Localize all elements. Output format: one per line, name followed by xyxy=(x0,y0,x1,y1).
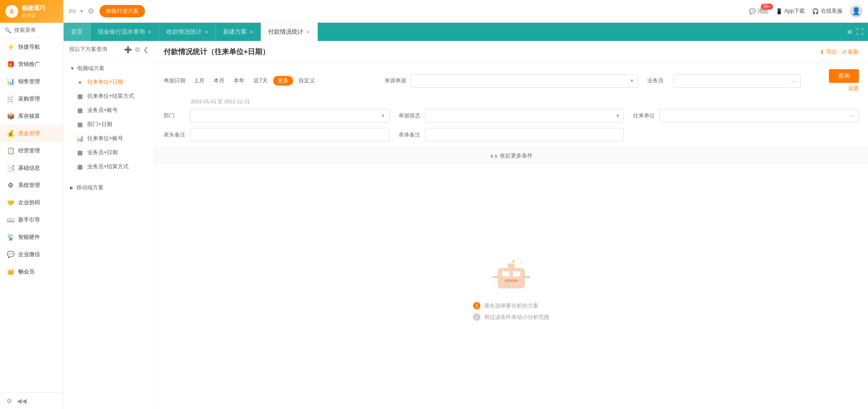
svg-rect-0 xyxy=(498,268,525,288)
note-body-label: 表体备注 xyxy=(399,131,421,139)
sidebar-item-sales[interactable]: 📊 销售管理 xyxy=(0,73,63,90)
tree-pc: ▼ 电脑端方案 ● 往来单位+日期 ▦ 往来单位+结算方式 ▦ 业务员+账号 ▦ xyxy=(64,58,154,177)
tree-item-staff-settle[interactable]: ▦ 业务员+结算方式 xyxy=(64,160,154,174)
plan-settings-icon[interactable]: ⚙ xyxy=(135,46,140,53)
filter-area: 单据日期 上月 本月 本年 近7天 更多 自定义 来源单据 xyxy=(155,63,868,148)
note-body-input[interactable] xyxy=(425,128,624,141)
avatar[interactable]: 👤 xyxy=(850,5,863,18)
tab-bank[interactable]: 现金银行流水查询 ✕ xyxy=(90,23,159,41)
filter-row-2: 部门 ▼ 单据状态 ▼ 往来单位 xyxy=(164,109,859,122)
status-select[interactable]: ▼ xyxy=(425,109,624,122)
unit-filter-label: 往来单位 xyxy=(633,112,656,120)
tree-item-dept-date[interactable]: ▦ 部门+日期 xyxy=(64,117,154,131)
main-area: Rit ▼ ⚙ 体验行业方案 💬 消息 99+ 📱 App下载 🎧 在线客服 👤… xyxy=(64,0,868,409)
export-btn[interactable]: ⬆ 导出 xyxy=(820,48,837,56)
tree-item-unit-account[interactable]: 📊 往来单位+账号 xyxy=(64,131,154,146)
wechat-icon: 💬 xyxy=(6,250,15,258)
tab-receipt-close-icon[interactable]: ✕ xyxy=(205,30,208,35)
guide-icon: 📖 xyxy=(6,216,15,224)
staff-dots-icon[interactable]: ··· xyxy=(791,77,797,85)
empty-icon xyxy=(489,252,534,298)
sidebar-item-quick-nav[interactable]: ⚡ 快捷导航 xyxy=(0,38,63,56)
date-btn-last-month[interactable]: 上月 xyxy=(190,76,208,86)
svg-point-7 xyxy=(512,260,515,263)
service-icon: 🎧 xyxy=(812,8,819,15)
date-btn-this-year[interactable]: 本年 xyxy=(230,76,248,86)
unit-select[interactable]: ··· xyxy=(659,109,859,122)
hardware-icon: 📡 xyxy=(6,233,15,241)
collapse-bar[interactable]: ∧∧ 收起更多条件 xyxy=(155,148,868,164)
sidebar-item-hardware[interactable]: 📡 智能硬件 xyxy=(0,228,63,246)
tab-home[interactable]: 首页 xyxy=(64,23,90,41)
source-select-arrow-icon: ▼ xyxy=(629,78,634,83)
inventory-icon: 📦 xyxy=(6,112,15,120)
tab-payment[interactable]: 付款情况统计 ✕ xyxy=(261,23,318,41)
settings-link[interactable]: 设置 xyxy=(848,85,859,92)
operation-icon: 📋 xyxy=(6,146,15,155)
page-title: 付款情况统计（往来单位+日期） xyxy=(164,47,269,57)
note-head-input[interactable] xyxy=(190,128,389,141)
dept-select[interactable]: ▼ xyxy=(190,109,389,122)
tab-actions: ✕ ⛶ xyxy=(842,23,868,41)
trial-btn[interactable]: 体验行业方案 xyxy=(100,5,145,17)
sidebar-item-system[interactable]: ⚙ 系统管理 xyxy=(0,177,63,194)
service-btn[interactable]: 🎧 在线客服 xyxy=(812,7,843,15)
dept-select-arrow-icon: ▼ xyxy=(381,113,385,118)
tree-item-icon-0: ● xyxy=(76,79,84,86)
sidebar-item-purchase[interactable]: 🛒 采购管理 xyxy=(0,90,63,107)
filter-group-dept: 部门 ▼ xyxy=(164,109,389,122)
date-btn-7days[interactable]: 近7天 xyxy=(250,76,271,86)
collapse-panel-icon[interactable]: ❮ xyxy=(143,46,149,53)
tab-fullscreen-icon[interactable]: ⛶ xyxy=(856,28,863,36)
unit-dots-icon[interactable]: ··· xyxy=(849,112,855,119)
sidebar-item-marketing[interactable]: 🎁 营销推广 xyxy=(0,56,63,73)
filter-group-note-head: 表头备注 xyxy=(164,128,389,141)
date-btn-this-month[interactable]: 本月 xyxy=(210,76,228,86)
tree-item-staff-date[interactable]: ▦ 业务员+日期 xyxy=(64,146,154,160)
date-btn-more[interactable]: 更多 xyxy=(273,76,293,86)
tab-payment-close-icon[interactable]: ✕ xyxy=(306,30,310,35)
topbar-settings-icon[interactable]: ⚙ xyxy=(88,7,94,15)
sidebar-item-operation[interactable]: 📋 经营管理 xyxy=(0,142,63,159)
footer-settings-icon[interactable]: ⚙ xyxy=(6,397,12,404)
sidebar-item-capital[interactable]: 💰 资金管理 xyxy=(0,125,63,142)
content-area: 按以下方案查询 ➕ ⚙ ❮ ▼ 电脑端方案 ● 往来单位+日期 ▦ xyxy=(64,41,868,409)
add-plan-icon[interactable]: ➕ xyxy=(124,46,132,53)
tab-new-plan-close-icon[interactable]: ✕ xyxy=(249,30,253,35)
tab-bank-close-icon[interactable]: ✕ xyxy=(148,30,151,35)
tab-new-plan[interactable]: 新建方案 ✕ xyxy=(216,23,261,41)
svg-rect-3 xyxy=(504,279,518,282)
svg-point-8 xyxy=(517,258,519,260)
sidebar-item-inventory[interactable]: 📦 库存核算 xyxy=(0,107,63,125)
tree-item-staff-account[interactable]: ▦ 业务员+账号 xyxy=(64,103,154,117)
tree-pc-arrow-icon: ▼ xyxy=(70,66,75,71)
tab-close-all-icon[interactable]: ✕ xyxy=(847,28,853,36)
note-head-label: 表头备注 xyxy=(164,131,186,139)
sidebar-item-guide[interactable]: 📖 新手引导 xyxy=(0,211,63,228)
tab-receipt[interactable]: 收款情况统计 ✕ xyxy=(159,23,216,41)
topbar: Rit ▼ ⚙ 体验行业方案 💬 消息 99+ 📱 App下载 🎧 在线客服 👤 xyxy=(64,0,868,23)
tree-mobile-group-header[interactable]: ▶ 移动端方案 xyxy=(64,181,154,194)
basic-icon: 📑 xyxy=(6,164,15,172)
search-menu[interactable]: 🔍 搜索菜单 xyxy=(0,23,63,38)
sidebar-item-enterprise[interactable]: 🤝 企业协同 xyxy=(0,194,63,211)
message-btn[interactable]: 💬 消息 99+ xyxy=(749,7,768,15)
query-btn[interactable]: 查询 xyxy=(829,69,859,83)
filter-row-1: 单据日期 上月 本月 本年 近7天 更多 自定义 来源单据 xyxy=(164,69,859,92)
tree-pc-group-header[interactable]: ▼ 电脑端方案 xyxy=(64,62,154,75)
tree-item-unit-settle[interactable]: ▦ 往来单位+结算方式 xyxy=(64,89,154,103)
sidebar-item-wechat[interactable]: 💬 企业微信 xyxy=(0,246,63,263)
app-icon: 📱 xyxy=(776,8,783,15)
refresh-btn[interactable]: ↺ 刷新 xyxy=(842,48,859,56)
footer-collapse-icon[interactable]: ◀◀ xyxy=(17,397,27,404)
filter-group-unit: 往来单位 ··· xyxy=(633,109,859,122)
sidebar-item-member[interactable]: 👑 畅会员 xyxy=(0,263,63,280)
date-btn-custom[interactable]: 自定义 xyxy=(295,76,319,86)
source-select[interactable]: ▼ xyxy=(411,74,639,88)
sidebar-item-basic[interactable]: 📑 基础信息 xyxy=(0,159,63,177)
enterprise-icon: 🤝 xyxy=(6,198,15,207)
staff-select[interactable]: ··· xyxy=(673,74,801,88)
app-download-btn[interactable]: 📱 App下载 xyxy=(776,7,805,15)
message-icon: 💬 xyxy=(749,8,756,15)
tree-item-unit-date[interactable]: ● 往来单位+日期 xyxy=(64,75,154,89)
